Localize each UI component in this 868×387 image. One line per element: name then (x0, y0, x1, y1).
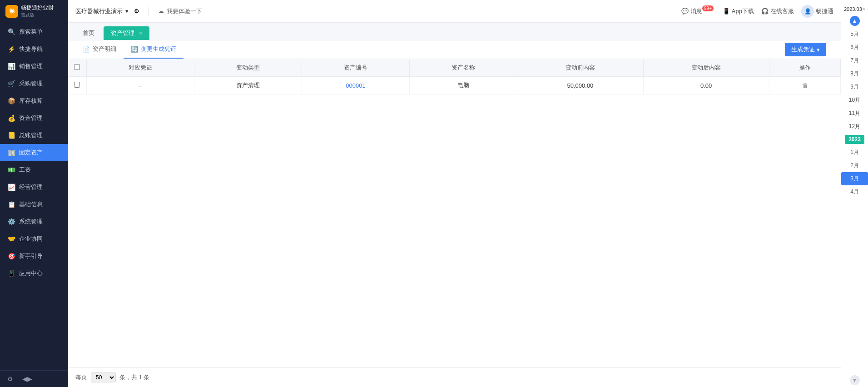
sidebar-item-guide[interactable]: 🎯新手引导 (0, 248, 68, 265)
cell-asset-no: 000001 (302, 77, 409, 94)
purchase-icon: 🛒 (7, 79, 15, 88)
month-item[interactable]: 10月 (841, 94, 868, 107)
tab-change-voucher-label: 变更生成凭证 (141, 45, 176, 53)
sidebar-item-sales[interactable]: 📊销售管理 (0, 58, 68, 75)
cell-before-change: 50,000.00 (517, 77, 643, 94)
tab-change-voucher[interactable]: 🔄 变更生成凭证 (124, 40, 184, 59)
collapse-icon[interactable]: ◀▶ (22, 375, 32, 382)
table-row: -- 资产清理 000001 电脑 50,000.00 0.00 🗑 (68, 77, 841, 94)
sidebar-item-system[interactable]: ⚙️系统管理 (0, 213, 68, 230)
sidebar-item-inventory[interactable]: 📦库存核算 (0, 92, 68, 109)
trial-button[interactable]: ☁ 我要体验一下 (158, 7, 202, 15)
customer-service-button[interactable]: 🎧 在线客服 (761, 7, 794, 15)
select-all-checkbox[interactable] (74, 64, 80, 70)
sidebar-logo: 畅 畅捷通好业财 普及版 (0, 0, 68, 23)
month-item[interactable]: 5月 (841, 28, 868, 41)
operations-icon: 📈 (7, 183, 15, 191)
sidebar-item-funds[interactable]: 💰资金管理 (0, 109, 68, 127)
sidebar-item-fixed_assets[interactable]: 🏢固定资产 (0, 144, 68, 161)
sidebar-item-label: 销售管理 (19, 62, 43, 70)
tab-asset-detail[interactable]: 📄 资产明细 (75, 40, 124, 59)
month-item[interactable]: 1月 (841, 146, 868, 159)
month-list: 5月6月7月8月9月10月11月12月20231月2月3月4月 (841, 28, 868, 373)
download-icon: 📱 (723, 8, 730, 15)
sidebar-item-operations[interactable]: 📈经营管理 (0, 179, 68, 196)
payroll-icon: 💵 (7, 166, 15, 174)
month-item[interactable]: 8月 (841, 67, 868, 80)
cell-action: 🗑 (769, 77, 840, 94)
scroll-up-button[interactable]: ▲ (850, 16, 860, 26)
generate-voucher-label: 生成凭证 (791, 45, 815, 54)
month-item[interactable]: 7月 (841, 54, 868, 67)
row-checkbox[interactable] (74, 82, 80, 88)
user-info[interactable]: 👤 畅捷通 (801, 5, 833, 18)
month-item-current[interactable]: 3月 (841, 172, 868, 185)
home-tab[interactable]: 首页 (75, 26, 102, 40)
sidebar-item-label: 总账管理 (19, 131, 43, 139)
cell-voucher: -- (86, 77, 194, 94)
side-panel: 2023.03 × ⤢ ▲ 5月6月7月8月9月10月11月12月20231月2… (841, 0, 868, 387)
month-item[interactable]: 2月 (841, 159, 868, 172)
month-item[interactable]: 4月 (841, 185, 868, 198)
sidebar-item-search[interactable]: 🔍搜索菜单 (0, 23, 68, 40)
tab-close-icon[interactable]: × (139, 30, 143, 36)
row-checkbox-cell (68, 77, 86, 94)
message-badge: 99+ (702, 5, 714, 11)
cell-asset-name: 电脑 (410, 77, 517, 94)
settings-icon[interactable]: ⚙ (7, 375, 13, 382)
th-before-change: 变动前内容 (517, 59, 643, 77)
inventory-icon: 📦 (7, 97, 15, 105)
sidebar-item-payroll[interactable]: 💵工资 (0, 161, 68, 179)
sidebar-item-label: 应用中心 (19, 269, 43, 278)
table-wrap: 对应凭证 变动类型 资产编号 资产名称 变动前内容 变动后内容 操作 -- 资产… (68, 59, 841, 367)
side-panel-close-icon[interactable]: × (862, 5, 866, 12)
change-voucher-icon: 🔄 (131, 45, 138, 53)
company-selector[interactable]: 医疗器械行业演示 ▾ (75, 7, 129, 15)
message-button[interactable]: 💬 消息 99+ (681, 7, 715, 15)
asset-management-tab[interactable]: 资产管理 × (104, 26, 149, 40)
sidebar-item-ledger[interactable]: 📒总账管理 (0, 127, 68, 144)
cloud-icon: ☁ (158, 8, 164, 15)
month-item[interactable]: 12月 (841, 120, 868, 133)
sidebar-item-quicknav[interactable]: ⚡快捷导航 (0, 40, 68, 58)
generate-voucher-button[interactable]: 生成凭证 ▾ (785, 43, 826, 56)
sidebar-item-app_center[interactable]: 📱应用中心 (0, 265, 68, 282)
generate-btn-wrap: 生成凭证 ▾ (785, 43, 833, 56)
avatar: 👤 (801, 5, 814, 18)
customer-service-label: 在线客服 (770, 7, 794, 15)
home-tab-label: 首页 (83, 30, 94, 36)
sidebar-item-label: 库存核算 (19, 97, 43, 105)
main-area: 医疗器械行业演示 ▾ ⚙ ☁ 我要体验一下 💬 消息 99+ 📱 App下载 🎧… (68, 0, 841, 387)
th-checkbox (68, 59, 86, 77)
sidebar-item-purchase[interactable]: 🛒采购管理 (0, 75, 68, 92)
sidebar-item-label: 搜索菜单 (19, 28, 43, 36)
trial-label: 我要体验一下 (167, 7, 202, 15)
th-voucher: 对应凭证 (86, 59, 194, 77)
app-download-button[interactable]: 📱 App下载 (723, 7, 754, 15)
sidebar-scroll: 🔍搜索菜单⚡快捷导航📊销售管理🛒采购管理📦库存核算💰资金管理📒总账管理🏢固定资产… (0, 23, 68, 370)
sidebar-item-enterprise[interactable]: 🤝企业协同 (0, 230, 68, 248)
th-asset-no: 资产编号 (302, 59, 409, 77)
system-icon: ⚙️ (7, 218, 15, 226)
message-icon: 💬 (681, 8, 689, 15)
cell-after-change: 0.00 (643, 77, 769, 94)
fixed_assets-icon: 🏢 (7, 149, 15, 157)
month-item[interactable]: 9月 (841, 80, 868, 94)
dropdown-arrow-icon: ▾ (125, 8, 129, 15)
month-item[interactable]: 6月 (841, 41, 868, 54)
asset-detail-icon: 📄 (83, 45, 90, 53)
sidebar-item-label: 工资 (19, 166, 31, 174)
delete-icon[interactable]: 🗑 (802, 82, 808, 89)
month-item[interactable]: 11月 (841, 107, 868, 120)
scroll-down-button[interactable]: ▼ (850, 375, 860, 385)
cell-change-type: 资产清理 (194, 77, 302, 94)
total-label: 条，共 1 条 (119, 373, 149, 382)
sidebar-item-label: 固定资产 (19, 149, 43, 157)
settings-gear-icon[interactable]: ⚙ (134, 8, 139, 15)
per-page-select[interactable]: 50 10 20 100 (91, 372, 116, 382)
sidebar-item-basic_info[interactable]: 📋基础信息 (0, 196, 68, 213)
side-panel-header: 2023.03 × ⤢ (841, 4, 868, 14)
tab-asset-detail-label: 资产明细 (93, 45, 116, 53)
th-action: 操作 (769, 59, 840, 77)
sidebar-item-label: 基础信息 (19, 200, 43, 208)
